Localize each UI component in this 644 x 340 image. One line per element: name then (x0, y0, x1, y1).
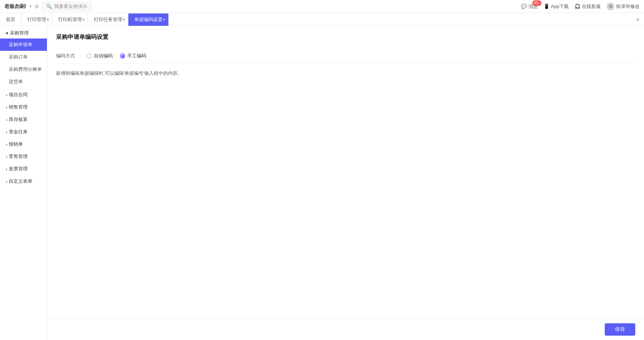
tab-bar: 首页 打印管理 × 打印机管理 × 打印任务管理 × 单据编码设置 × × (0, 13, 644, 26)
message-icon: 💬 (521, 4, 527, 9)
sidebar: ▾ 采购管理 采购申请单 采购订单 采购费用分摊单 进货单 › 项目合同 (0, 26, 47, 340)
sidebar-group-custom-form: › 自定义表单 (0, 174, 47, 187)
close-tab-single-code-icon[interactable]: × (163, 17, 165, 22)
radio-manual-code[interactable]: 手工编码 (120, 53, 146, 59)
save-button[interactable]: 保存 (605, 323, 635, 336)
arrow-right-sales-icon: › (6, 105, 7, 110)
sidebar-group-sales: › 销售管理 (0, 100, 47, 113)
sidebar-group-returns: › 报销单 (0, 137, 47, 150)
online-service-button[interactable]: 🎧 在线客服 (575, 3, 601, 10)
tab-single-code-label: 单据编码设置 (134, 16, 163, 23)
radio-manual-label: 手工编码 (127, 53, 146, 59)
top-bar-right: 💬 消息 99+ 📱 App下载 🎧 在线客服 徐 徐泽华修改 (521, 3, 640, 11)
sidebar-item-stock-in[interactable]: 进货单 (0, 76, 47, 88)
top-bar-left: 老板勿刷! ▾ ⚙ 🔍 我要看实例演示 (4, 2, 91, 11)
user-menu[interactable]: 徐 徐泽华修改 (607, 3, 640, 11)
radio-group-encoding: 自动编码 手工编码 (87, 53, 146, 59)
top-bar: 老板勿刷! ▾ ⚙ 🔍 我要看实例演示 💬 消息 99+ 📱 App下载 🎧 在… (0, 0, 644, 13)
app-download-button[interactable]: 📱 App下载 (544, 3, 569, 10)
gear-icon[interactable]: ⚙ (35, 4, 39, 9)
arrow-right-custom-icon: › (6, 179, 7, 184)
app-download-icon: 📱 (544, 4, 549, 9)
main-layout: ▾ 采购管理 采购申请单 采购订单 采购费用分摊单 进货单 › 项目合同 (0, 26, 644, 340)
arrow-right-returns-icon: › (6, 142, 7, 147)
tab-printer-mgmt-label: 打印机管理 (58, 16, 82, 23)
page-body: 采购申请单编码设置 编码方式 自动编码 手工编码 新增和编辑单据编辑时,可以编辑… (47, 26, 644, 319)
search-bar[interactable]: 🔍 我要看实例演示 (42, 2, 91, 11)
close-tab-printer-mgmt-icon[interactable]: × (82, 17, 85, 22)
sidebar-group-returns-title[interactable]: › 报销单 (0, 137, 47, 150)
hint-text: 新增和编辑单据编辑时,可以编辑'单据编号'输入框中的内容。 (56, 70, 635, 77)
sidebar-group-invoice-title[interactable]: › 发票管理 (0, 162, 47, 174)
radio-manual-circle[interactable] (120, 53, 125, 58)
chevron-down-icon[interactable]: ▾ (29, 4, 32, 9)
close-tab-print-mgmt-icon[interactable]: × (47, 17, 49, 22)
arrow-right-inventory-icon: › (6, 117, 7, 122)
close-all-tabs-button[interactable]: × (631, 13, 644, 26)
headset-icon: 🎧 (575, 4, 580, 9)
brand-label: 老板勿刷! (4, 3, 27, 10)
search-placeholder: 我要看实例演示 (54, 3, 87, 10)
app-download-label: App下载 (551, 3, 569, 10)
tab-printer-mgmt[interactable]: 打印机管理 × (52, 13, 88, 26)
sidebar-group-custom-form-title[interactable]: › 自定义表单 (0, 174, 47, 187)
arrow-right-icon: › (6, 92, 7, 98)
sidebar-group-purchase-title[interactable]: ▾ 采购管理 (0, 26, 47, 39)
sidebar-group-invoice: › 发票管理 (0, 162, 47, 174)
encoding-row: 编码方式 自动编码 手工编码 (56, 48, 635, 64)
sidebar-group-capital-title[interactable]: › 资金往来 (0, 125, 47, 137)
sidebar-group-purchase: ▾ 采购管理 采购申请单 采购订单 采购费用分摊单 进货单 (0, 26, 47, 88)
tab-print-mgmt-label: 打印管理 (27, 16, 46, 23)
sidebar-item-purchase-expense[interactable]: 采购费用分摊单 (0, 63, 47, 76)
sidebar-group-retail-title[interactable]: › 零售管理 (0, 150, 47, 162)
sidebar-group-project-title[interactable]: › 项目合同 (0, 88, 47, 100)
sidebar-group-sales-title[interactable]: › 销售管理 (0, 100, 47, 113)
avatar: 徐 (607, 3, 615, 11)
sidebar-item-purchase-request[interactable]: 采购申请单 (0, 39, 47, 51)
radio-auto-label: 自动编码 (94, 53, 113, 59)
tab-print-task[interactable]: 打印任务管理 × (88, 13, 128, 26)
search-icon: 🔍 (46, 4, 52, 9)
arrow-right-invoice-icon: › (6, 166, 7, 172)
close-tab-print-task-icon[interactable]: × (123, 17, 125, 22)
tab-print-task-label: 打印任务管理 (94, 16, 122, 23)
arrow-right-capital-icon: › (6, 129, 7, 135)
tab-single-code[interactable]: 单据编码设置 × (128, 13, 169, 26)
radio-auto-code[interactable]: 自动编码 (87, 53, 113, 59)
tab-home[interactable]: 首页 (0, 13, 21, 26)
radio-auto-circle[interactable] (87, 53, 92, 58)
sidebar-group-inventory: › 库存核算 (0, 113, 47, 125)
message-badge: 99+ (532, 0, 541, 6)
page-footer: 保存 (47, 319, 644, 340)
message-button[interactable]: 💬 消息 99+ (521, 3, 538, 10)
sidebar-item-purchase-order[interactable]: 采购订单 (0, 51, 47, 63)
sidebar-group-project: › 项目合同 (0, 88, 47, 100)
tab-home-label: 首页 (6, 16, 15, 23)
arrow-down-icon: ▾ (6, 31, 8, 36)
sidebar-group-inventory-title[interactable]: › 库存核算 (0, 113, 47, 125)
sidebar-group-retail: › 零售管理 (0, 150, 47, 162)
page-title: 采购申请单编码设置 (56, 33, 635, 41)
main-content: 采购申请单编码设置 编码方式 自动编码 手工编码 新增和编辑单据编辑时,可以编辑… (47, 26, 644, 340)
arrow-right-retail-icon: › (6, 154, 7, 159)
tab-print-mgmt[interactable]: 打印管理 × (21, 13, 52, 26)
online-service-label: 在线客服 (582, 3, 601, 10)
username-label: 徐泽华修改 (616, 3, 640, 10)
encoding-label: 编码方式 (56, 53, 78, 59)
sidebar-group-capital: › 资金往来 (0, 125, 47, 137)
